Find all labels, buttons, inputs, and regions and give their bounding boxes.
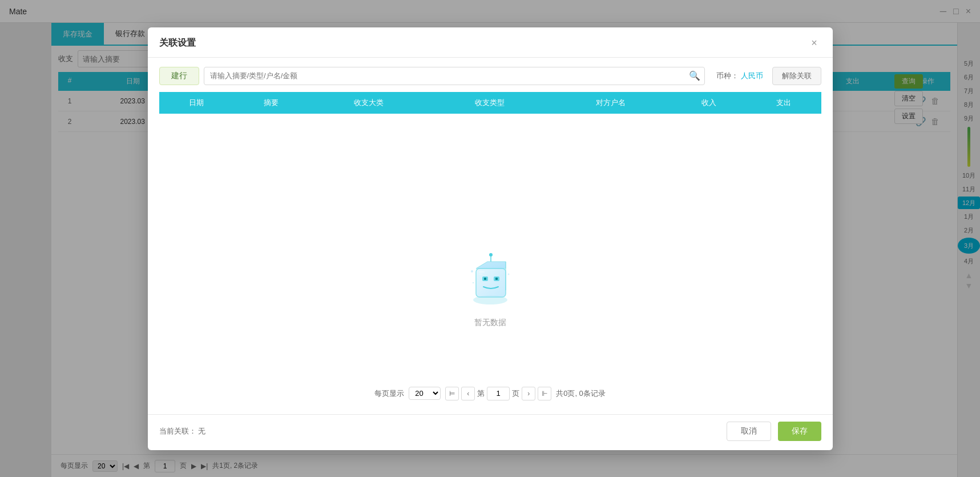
unlink-button[interactable]: 解除关联 <box>772 67 821 85</box>
modal-page-suffix: 页 <box>512 388 519 399</box>
modal-data-table: 日期 摘要 收支大类 收支类型 对方户名 收入 支出 <box>159 92 821 114</box>
modal-search-input[interactable] <box>204 67 705 85</box>
svg-rect-7 <box>495 278 498 280</box>
modal-per-page-select[interactable]: 20 50 100 <box>409 387 441 400</box>
th-counter-name: 对方户名 <box>550 92 671 114</box>
current-link-value: 无 <box>198 427 205 435</box>
modal-prev-page-btn[interactable]: ‹ <box>461 387 475 400</box>
modal-search-row: 建行 🔍 币种：人民币 解除关联 <box>159 67 821 85</box>
modal-per-page-label: 每页显示 <box>374 388 404 399</box>
modal-last-page-btn[interactable]: ⊩ <box>538 387 551 400</box>
search-icon[interactable]: 🔍 <box>689 70 700 81</box>
currency-label: 币种：人民币 <box>716 71 763 81</box>
svg-point-9 <box>489 253 493 256</box>
empty-state: 暂无数据 <box>159 190 821 378</box>
empty-icon <box>462 251 519 308</box>
th-income: 收入 <box>672 92 747 114</box>
bank-tag: 建行 <box>159 67 199 85</box>
cancel-button[interactable]: 取消 <box>727 422 771 441</box>
modal-table-head: 日期 摘要 收支大类 收支类型 对方户名 收入 支出 <box>159 92 821 114</box>
modal-first-page-btn[interactable]: ⊨ <box>445 387 459 400</box>
th-expense: 支出 <box>746 92 821 114</box>
modal-footer: 当前关联： 无 取消 保存 <box>148 414 833 450</box>
modal-table-header-row: 日期 摘要 收支大类 收支类型 对方户名 收入 支出 <box>159 92 821 114</box>
svg-rect-1 <box>476 268 506 297</box>
svg-point-12 <box>471 270 473 272</box>
modal-dialog: 关联设置 × 建行 🔍 币种：人民币 解除关联 <box>148 27 833 450</box>
modal-page-size-select[interactable]: 20 50 100 <box>409 387 441 400</box>
modal-title: 关联设置 <box>159 37 196 49</box>
empty-text: 暂无数据 <box>474 318 506 328</box>
svg-point-13 <box>507 273 509 275</box>
modal-header: 关联设置 × <box>148 27 833 58</box>
modal-overlay: 关联设置 × 建行 🔍 币种：人民币 解除关联 <box>0 0 980 477</box>
svg-point-14 <box>473 282 474 283</box>
modal-pagination: 每页显示 20 50 100 ⊨ ‹ 第 页 › <box>159 378 821 405</box>
save-button[interactable]: 保存 <box>778 422 821 441</box>
currency-value: 人民币 <box>741 71 763 80</box>
modal-body: 建行 🔍 币种：人民币 解除关联 日期 摘要 <box>148 58 833 414</box>
modal-next-page-btn[interactable]: › <box>522 387 535 400</box>
svg-rect-6 <box>484 278 486 280</box>
modal-total-records: 共0页, 0条记录 <box>556 388 606 399</box>
modal-table-container: 日期 摘要 收支大类 收支类型 对方户名 收入 支出 <box>159 92 821 405</box>
th-abstract: 摘要 <box>233 92 308 114</box>
modal-page-input[interactable] <box>487 387 510 400</box>
modal-close-button[interactable]: × <box>808 37 821 50</box>
search-input-wrap: 🔍 <box>204 67 705 85</box>
th-major-type: 收支大类 <box>308 92 429 114</box>
footer-buttons: 取消 保存 <box>727 422 821 441</box>
modal-page-nav: ⊨ ‹ 第 页 › ⊩ <box>445 387 551 400</box>
modal-table-wrapper: 日期 摘要 收支大类 收支类型 对方户名 收入 支出 <box>159 92 821 190</box>
current-link-info: 当前关联： 无 <box>159 426 206 436</box>
th-sub-type: 收支类型 <box>429 92 550 114</box>
svg-marker-2 <box>476 262 506 268</box>
current-link-label: 当前关联： <box>159 427 196 435</box>
th-date: 日期 <box>159 92 234 114</box>
modal-page-label: 第 <box>477 388 485 399</box>
